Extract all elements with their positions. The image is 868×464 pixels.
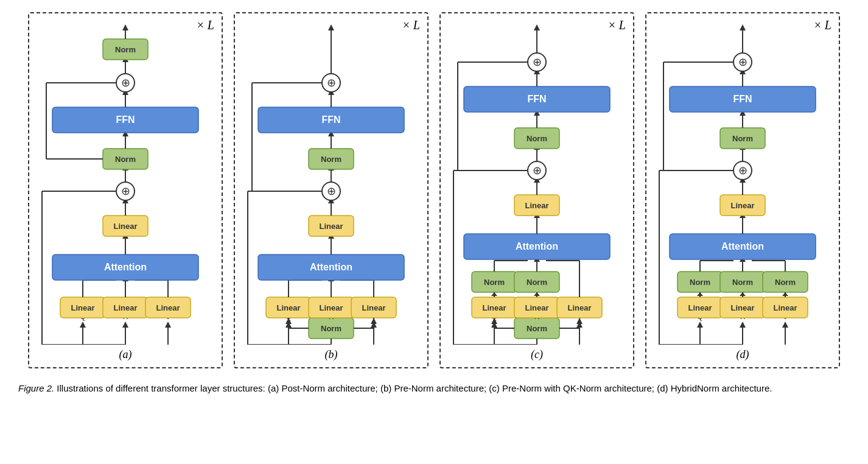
svg-text:Norm: Norm (690, 278, 710, 287)
diagram-d: × L Q K V Linear Linear (645, 12, 840, 368)
figure-caption: Figure 2. Illustrations of different tra… (18, 382, 772, 396)
svg-text:FFN: FFN (527, 94, 546, 104)
svg-text:Linear: Linear (525, 201, 548, 210)
diagram-a: × L Q K V Linear (28, 12, 223, 368)
svg-text:Attention: Attention (310, 262, 352, 272)
svg-text:⊕: ⊕ (738, 164, 747, 177)
diagram-a-label: (a) (119, 348, 132, 361)
times-l-a: × L (196, 18, 214, 32)
diagram-c-svg: Norm Q K V (449, 22, 625, 345)
svg-text:FFN: FFN (321, 114, 340, 125)
diagrams-row: × L Q K V Linear (18, 12, 850, 368)
svg-text:Norm: Norm (321, 324, 341, 333)
svg-text:Linear: Linear (482, 303, 506, 312)
svg-text:Norm: Norm (527, 134, 547, 143)
svg-marker-207 (782, 292, 788, 296)
svg-marker-184 (740, 322, 746, 328)
svg-text:⊕: ⊕ (121, 77, 130, 89)
svg-text:Linear: Linear (730, 303, 754, 312)
svg-marker-205 (740, 292, 746, 296)
svg-text:Norm: Norm (484, 278, 505, 287)
svg-text:Norm: Norm (527, 324, 547, 333)
figure-number: Figure 2. (18, 383, 54, 393)
svg-text:Linear: Linear (71, 303, 94, 312)
svg-text:Linear: Linear (113, 303, 137, 312)
svg-text:Linear: Linear (567, 303, 591, 312)
svg-marker-203 (697, 292, 703, 296)
svg-text:Linear: Linear (688, 303, 712, 312)
svg-marker-5 (165, 322, 171, 328)
main-container: × L Q K V Linear (18, 12, 850, 396)
diagram-c-label: (c) (531, 348, 543, 361)
diagram-c: × L Norm Q K (439, 12, 634, 368)
svg-text:⊕: ⊕ (533, 56, 542, 68)
svg-text:Norm: Norm (527, 278, 547, 287)
diagram-d-svg: Q K V Linear Linear Linear Norm Norm (654, 22, 831, 345)
svg-marker-243 (740, 24, 746, 30)
svg-text:Norm: Norm (732, 278, 753, 287)
svg-marker-142 (491, 292, 497, 296)
svg-text:Linear: Linear (276, 303, 300, 312)
svg-marker-1 (80, 322, 86, 328)
svg-text:Attention: Attention (516, 241, 558, 251)
svg-text:⊕: ⊕ (533, 164, 542, 177)
svg-text:Norm: Norm (732, 134, 753, 143)
svg-text:Linear: Linear (113, 222, 137, 231)
svg-text:Linear: Linear (319, 303, 343, 312)
svg-marker-113 (328, 24, 334, 30)
svg-text:⊕: ⊕ (327, 185, 336, 197)
svg-text:Norm: Norm (321, 155, 341, 164)
svg-text:Attention: Attention (721, 241, 764, 251)
svg-text:FFN: FFN (733, 94, 752, 104)
svg-marker-180 (534, 24, 540, 30)
svg-marker-182 (697, 322, 703, 328)
svg-marker-54 (122, 24, 128, 30)
svg-marker-144 (534, 292, 540, 296)
svg-text:Linear: Linear (156, 303, 180, 312)
svg-text:Linear: Linear (773, 303, 797, 312)
diagram-d-label: (d) (737, 348, 749, 361)
diagram-a-svg: Q K V Linear Linear Linear (37, 22, 214, 345)
svg-text:⊕: ⊕ (121, 185, 130, 197)
svg-text:Linear: Linear (319, 222, 343, 231)
svg-text:FFN: FFN (116, 114, 135, 125)
svg-marker-186 (782, 322, 788, 328)
times-l-b: × L (402, 18, 420, 32)
times-l-c: × L (607, 18, 626, 32)
svg-text:Linear: Linear (730, 201, 754, 210)
diagram-b: × L Norm Q K V Linear Lin (234, 12, 429, 368)
svg-text:Norm: Norm (115, 155, 136, 164)
svg-text:⊕: ⊕ (327, 77, 336, 89)
svg-text:Linear: Linear (525, 303, 548, 312)
svg-text:Norm: Norm (115, 45, 136, 54)
times-l-d: × L (813, 18, 831, 32)
svg-text:Attention: Attention (104, 262, 147, 272)
svg-marker-3 (122, 322, 128, 328)
svg-text:Norm: Norm (775, 278, 796, 287)
caption-text: Illustrations of different transformer l… (54, 383, 772, 393)
svg-text:Linear: Linear (362, 303, 385, 312)
diagram-b-label: (b) (325, 348, 338, 361)
svg-text:⊕: ⊕ (738, 56, 747, 68)
diagram-b-svg: Norm Q K V Linear Linear Linear (243, 22, 419, 345)
